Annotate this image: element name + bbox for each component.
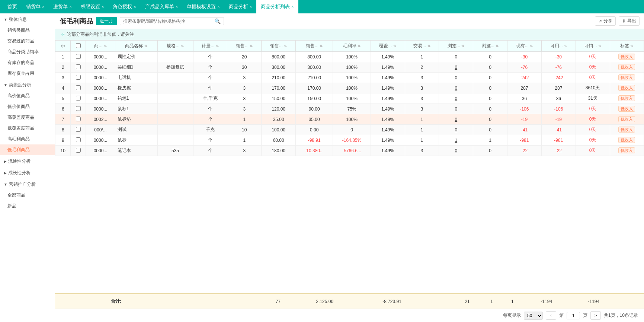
th-spec[interactable]: 规格... ⇅ [157,41,193,52]
th-sales-amount[interactable]: 销售... ⇅ [262,41,296,52]
prev-page-button[interactable]: ＜ [546,311,556,320]
row-browse1[interactable]: 0 [439,146,473,156]
nav-product-entry[interactable]: 产成品入库单 × [141,0,182,13]
sidebar-item-high-value[interactable]: 高价值商品 [0,90,55,101]
row-checkbox[interactable] [71,83,86,93]
sidebar-item-all-products[interactable]: 全部商品 [0,190,55,201]
th-sales-count[interactable]: 销售... ⇅ [227,41,262,52]
row-checkbox[interactable] [71,93,86,104]
nav-purchase-order[interactable]: 进货单 × [49,0,76,13]
th-name[interactable]: 商品名称 ⇅ [115,41,157,52]
close-icon[interactable]: × [102,4,104,9]
period-button[interactable]: 近一月 [96,17,117,25]
sidebar-section-cluster[interactable]: ▼ 类聚度分析 [0,79,55,90]
row-checkbox[interactable] [71,73,86,83]
row-browse1[interactable]: 0 [439,125,473,135]
row-browse1[interactable]: 0 [439,62,473,73]
row-select-checkbox[interactable] [76,64,81,69]
nav-sales-order[interactable]: 销货单 × [22,0,49,13]
nav-product-analysis[interactable]: 商品分析 × [224,0,256,13]
row-browse1[interactable]: 0 [439,52,473,62]
per-page-select[interactable]: 50 100 [524,312,543,320]
th-coverage[interactable]: 覆盖... ⇅ [371,41,405,52]
sidebar-item-capital-usage[interactable]: 库存资金占用 [0,68,55,79]
chevron-down-icon: ▼ [4,17,7,22]
th-current-stock[interactable]: 现有... ⇅ [507,41,542,52]
sidebar-section-marketing[interactable]: ▼ 营销推广分析 [0,178,55,190]
th-sellable-days[interactable]: 可销... ⇅ [576,41,610,52]
search-icon[interactable]: 🔍 [214,18,221,24]
close-icon[interactable]: × [176,4,178,9]
row-checkbox[interactable] [71,135,86,146]
row-checkbox[interactable] [71,125,86,135]
row-browse1[interactable]: 0 [439,93,473,104]
close-icon[interactable]: × [134,4,136,9]
row-checkbox[interactable] [71,52,86,62]
row-select-checkbox[interactable] [76,137,81,142]
row-select-checkbox[interactable] [76,85,81,90]
th-browse1[interactable]: 浏览... ⇅ [439,41,473,52]
close-icon[interactable]: × [250,4,252,9]
nav-role-auth[interactable]: 角色授权 × [108,0,140,13]
row-tag: 低收入 [610,146,644,156]
th-checkbox[interactable] [71,41,86,52]
sidebar-item-high-coverage[interactable]: 高覆盖度商品 [0,112,55,123]
th-settings[interactable]: ⚙ [55,41,71,52]
row-select-checkbox[interactable] [76,148,81,153]
sidebar-item-category-rate[interactable]: 商品分类助销率 [0,47,55,57]
th-browse2[interactable]: 浏览... ⇅ [473,41,507,52]
close-icon[interactable]: × [69,4,71,9]
sidebar-section-overall[interactable]: ▼ 整体信息 [0,13,55,25]
th-tag[interactable]: 标签 ⇅ [610,41,644,52]
share-button[interactable]: ↗ 分享 [595,16,616,26]
sidebar-item-low-coverage[interactable]: 低覆盖度商品 [0,123,55,134]
th-transaction[interactable]: 交易... ⇅ [405,41,439,52]
th-available-stock[interactable]: 可用... ⇅ [541,41,576,52]
row-unit: 个 [193,104,227,114]
row-browse1[interactable]: 0 [439,73,473,83]
sidebar-item-low-margin[interactable]: 低毛利商品 [0,144,55,155]
sidebar-item-in-stock[interactable]: 有库存的商品 [0,57,55,68]
sidebar-item-traded-products[interactable]: 交易过的商品 [0,36,55,47]
row-browse1[interactable]: 0 [439,114,473,125]
sidebar-section-circulation[interactable]: ▶ 流通性分析 [0,155,55,167]
row-checkbox[interactable] [71,104,86,114]
th-code[interactable]: 商... ⇅ [86,41,115,52]
row-checkbox[interactable] [71,62,86,73]
row-select-checkbox[interactable] [76,127,81,132]
page-number-input[interactable] [567,312,580,319]
nav-home[interactable]: 首页 [3,0,22,13]
th-sales-profit[interactable]: 销售... ⇅ [296,41,333,52]
row-sales-profit: 35.00 [296,114,333,125]
row-select-checkbox[interactable] [76,117,81,121]
nav-product-analysis-list[interactable]: 商品分析列表 × [256,0,298,13]
sidebar-item-sales-products[interactable]: 销售类商品 [0,25,55,36]
row-browse1[interactable]: 0 [439,104,473,114]
search-input[interactable] [123,19,214,24]
row-code: 0000... [86,62,115,73]
sidebar-item-low-value[interactable]: 低价值商品 [0,101,55,112]
export-button[interactable]: ⬇ 导出 [619,16,640,26]
row-select-checkbox[interactable] [76,96,81,101]
row-select-checkbox[interactable] [76,75,81,80]
nav-template-settings[interactable]: 单据模板设置 × [182,0,224,13]
row-spec [157,104,193,114]
row-browse1[interactable]: 1 [439,135,473,146]
next-page-button[interactable]: ＞ [590,311,601,320]
row-checkbox[interactable] [71,146,86,156]
row-checkbox[interactable] [71,114,86,125]
close-icon[interactable]: × [42,4,44,9]
row-select-checkbox[interactable] [76,106,81,111]
select-all-checkbox[interactable] [76,43,81,48]
nav-permission[interactable]: 权限设置 × [76,0,108,13]
export-icon: ⬇ [622,19,626,24]
sidebar-item-new-products[interactable]: 新品 [0,201,55,211]
close-icon[interactable]: × [217,4,220,9]
sidebar-section-growth[interactable]: ▶ 成长性分析 [0,167,55,178]
sidebar-item-high-margin[interactable]: 高毛利商品 [0,134,55,144]
th-unit[interactable]: 计量... ⇅ [193,41,227,52]
th-gross-margin[interactable]: 毛利率 ⇅ [333,41,371,52]
row-select-checkbox[interactable] [76,54,81,59]
row-browse1[interactable]: 0 [439,83,473,93]
close-icon[interactable]: × [291,4,294,9]
